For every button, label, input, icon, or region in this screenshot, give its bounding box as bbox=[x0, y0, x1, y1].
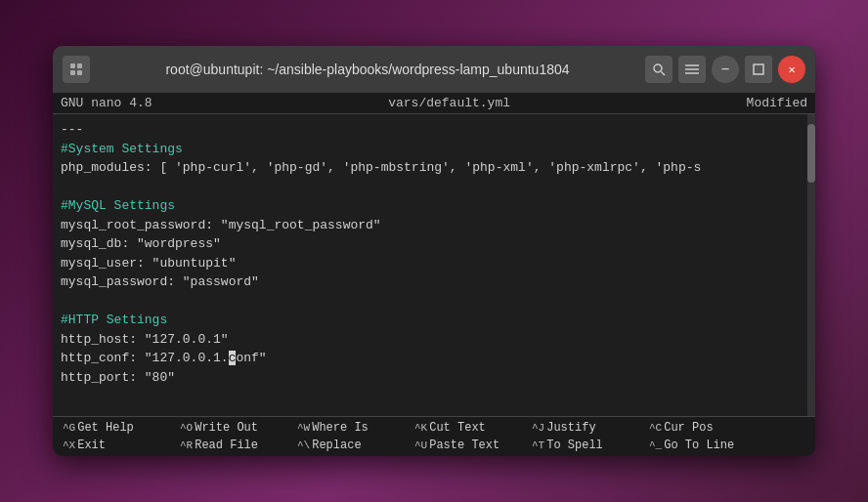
editor-line: mysql_root_password: "mysql_root_passwor… bbox=[61, 216, 807, 235]
editor-line: http_conf: "127.0.0.1.conf" bbox=[61, 349, 807, 368]
search-button[interactable] bbox=[645, 56, 673, 83]
svg-rect-2 bbox=[70, 70, 75, 75]
cmd-cur-pos[interactable]: ^C Cur Pos bbox=[643, 419, 760, 437]
cmd-write-out[interactable]: ^O Write Out bbox=[174, 419, 291, 437]
svg-rect-1 bbox=[77, 63, 82, 68]
footer-row-1: ^G Get Help ^O Write Out ^W Where Is ^K … bbox=[57, 419, 811, 437]
editor-line: http_port: "80" bbox=[61, 368, 807, 388]
text-cursor: c bbox=[229, 351, 237, 365]
editor-line: #HTTP Settings bbox=[61, 311, 807, 330]
footer-row-2: ^X Exit ^R Read File ^\ Replace ^U Paste… bbox=[57, 437, 811, 454]
titlebar: root@ubuntupit: ~/ansible-playbooks/word… bbox=[53, 46, 815, 93]
editor-line: mysql_password: "password" bbox=[61, 272, 807, 292]
cmd-justify[interactable]: ^J Justify bbox=[526, 419, 643, 437]
nano-filename: vars/default.yml bbox=[388, 96, 510, 110]
cmd-replace[interactable]: ^\ Replace bbox=[291, 437, 409, 454]
window-icon bbox=[63, 56, 90, 83]
editor-area[interactable]: --- #System Settings php_modules: [ 'php… bbox=[53, 114, 815, 416]
close-button[interactable]: ✕ bbox=[778, 56, 805, 83]
svg-rect-3 bbox=[77, 70, 82, 75]
terminal-window: root@ubuntupit: ~/ansible-playbooks/word… bbox=[53, 46, 815, 456]
editor-line: --- bbox=[61, 120, 807, 140]
editor-line bbox=[61, 178, 807, 197]
cmd-get-help[interactable]: ^G Get Help bbox=[57, 419, 174, 437]
maximize-button[interactable] bbox=[745, 56, 772, 83]
minimize-button[interactable]: — bbox=[712, 56, 739, 83]
svg-point-4 bbox=[654, 64, 662, 72]
cmd-cut-text[interactable]: ^K Cut Text bbox=[409, 419, 526, 437]
cmd-paste-text[interactable]: ^U Paste Text bbox=[409, 437, 526, 454]
svg-line-5 bbox=[662, 72, 666, 76]
editor-line bbox=[61, 292, 807, 312]
nano-header: GNU nano 4.8 vars/default.yml Modified bbox=[53, 93, 815, 114]
svg-rect-9 bbox=[754, 64, 763, 74]
editor-line: mysql_db: "wordpress" bbox=[61, 234, 807, 254]
cmd-read-file[interactable]: ^R Read File bbox=[174, 437, 291, 454]
editor-line: http_host: "127.0.0.1" bbox=[61, 330, 807, 350]
editor-line: #System Settings bbox=[61, 140, 807, 159]
nano-footer: ^G Get Help ^O Write Out ^W Where Is ^K … bbox=[53, 416, 815, 456]
window-controls: — ✕ bbox=[645, 56, 805, 83]
nano-version: GNU nano 4.8 bbox=[61, 96, 152, 110]
nano-modified: Modified bbox=[747, 96, 807, 110]
scrollbar[interactable] bbox=[807, 114, 815, 416]
scrollbar-thumb[interactable] bbox=[807, 124, 815, 183]
editor-line: mysql_user: "ubuntupit" bbox=[61, 254, 807, 273]
menu-button[interactable] bbox=[678, 56, 706, 83]
editor-line: php_modules: [ 'php-curl', 'php-gd', 'ph… bbox=[61, 158, 807, 178]
cmd-go-to-line[interactable]: ^_ Go To Line bbox=[643, 437, 760, 454]
editor-line: #MySQL Settings bbox=[61, 196, 807, 216]
window-title: root@ubuntupit: ~/ansible-playbooks/word… bbox=[98, 62, 637, 77]
cmd-to-spell[interactable]: ^T To Spell bbox=[526, 437, 643, 454]
svg-rect-0 bbox=[70, 63, 75, 68]
cmd-exit[interactable]: ^X Exit bbox=[57, 437, 174, 454]
cmd-where-is[interactable]: ^W Where Is bbox=[291, 419, 409, 437]
